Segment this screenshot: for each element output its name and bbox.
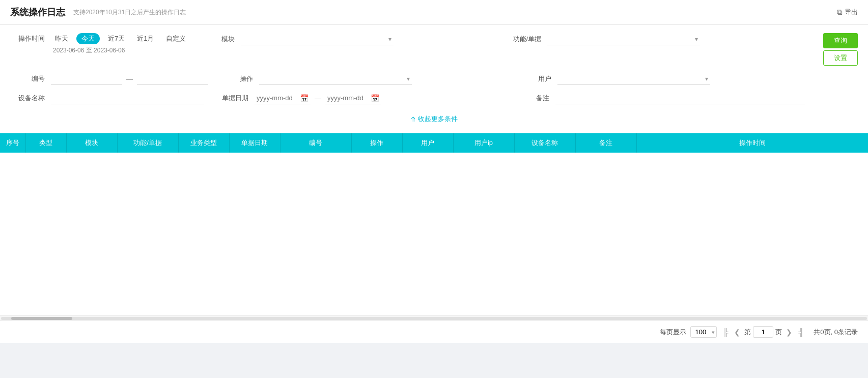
col-index: 序号 — [0, 133, 25, 153]
time-btn-7days[interactable]: 近7天 — [104, 33, 129, 44]
user-label: 用户 — [517, 74, 557, 83]
query-button[interactable]: 查询 — [823, 33, 858, 48]
filter-row-2: 编号 — 操作 ▾ 用户 — [10, 73, 858, 85]
module-label: 模块 — [200, 35, 241, 44]
module-select-wrapper: ▾ — [241, 33, 394, 45]
module-select[interactable] — [241, 33, 394, 45]
settings-button[interactable]: 设置 — [823, 50, 858, 66]
col-userip: 用户ip — [453, 133, 514, 153]
user-select[interactable] — [557, 73, 710, 85]
per-page-label: 每页显示 — [660, 328, 686, 337]
time-options: 昨天 今天 近7天 近1月 自定义 — [51, 33, 190, 44]
code-input-end[interactable] — [137, 73, 208, 85]
page-next-button[interactable]: ❯ — [784, 328, 794, 337]
pagination-nav: ╠ ❮ 第 页 ❯ ╣ — [721, 326, 805, 338]
page-subtitle: 支持2020年10月31日之后产生的操作日志 — [73, 8, 186, 17]
time-btn-1month[interactable]: 近1月 — [133, 33, 158, 44]
table-header: 序号 类型 模块 功能/单据 业务类型 单据日期 编号 操作 用户 用户ip 设… — [0, 133, 868, 153]
page-title: 系统操作日志 — [10, 6, 65, 18]
col-biztype: 业务类型 — [178, 133, 229, 153]
remarks-label: 备注 — [515, 94, 555, 103]
device-label: 设备名称 — [10, 94, 51, 103]
collapse-label: 收起更多条件 — [418, 114, 458, 124]
footer-bar: 每页显示 10 20 50 100 200 ▾ ╠ ❮ 第 页 ❯ ╣ 共0页,… — [0, 321, 868, 343]
page-first-button[interactable]: ╠ — [721, 328, 730, 337]
remarks-input[interactable] — [555, 92, 805, 104]
time-btn-yesterday[interactable]: 昨天 — [51, 33, 72, 44]
function-label: 功能/单据 — [507, 35, 547, 44]
time-label: 操作时间 — [10, 34, 51, 43]
function-select[interactable] — [547, 33, 700, 45]
col-remarks: 备注 — [575, 133, 636, 153]
filter-row-1: 操作时间 昨天 今天 近7天 近1月 自定义 2023-06-06 至 2023… — [10, 33, 858, 66]
col-user: 用户 — [402, 133, 453, 153]
total-info: 共0页, 0条记录 — [814, 328, 858, 337]
col-optime: 操作时间 — [636, 133, 868, 153]
docdate-start-input[interactable] — [255, 92, 311, 104]
docdate-label: 单据日期 — [214, 94, 255, 103]
code-input-start[interactable] — [51, 73, 122, 85]
page-size-select[interactable]: 10 20 50 100 200 — [690, 326, 717, 338]
device-input[interactable] — [51, 92, 204, 104]
page-number-input[interactable] — [753, 326, 773, 338]
collapse-bar: ⤊ 收起更多条件 — [10, 111, 858, 129]
collapse-button[interactable]: ⤊ 收起更多条件 — [410, 114, 458, 124]
time-btn-custom[interactable]: 自定义 — [162, 33, 190, 44]
col-code: 编号 — [280, 133, 351, 153]
collapse-up-icon: ⤊ — [410, 115, 416, 123]
page-last-button[interactable]: ╣ — [796, 328, 805, 337]
col-operation: 操作 — [351, 133, 402, 153]
horizontal-scrollbar[interactable] — [0, 315, 868, 321]
docdate-start-wrapper: 📅 — [255, 92, 311, 104]
table-container: 序号 类型 模块 功能/单据 业务类型 单据日期 编号 操作 用户 用户ip 设… — [0, 133, 868, 315]
table-header-row: 序号 类型 模块 功能/单据 业务类型 单据日期 编号 操作 用户 用户ip 设… — [0, 133, 868, 153]
docdate-end-wrapper: 📅 — [325, 92, 381, 104]
col-docdate: 单据日期 — [229, 133, 280, 153]
operation-select-wrapper: ▾ — [259, 73, 412, 85]
page-size-wrapper: 10 20 50 100 200 ▾ — [690, 326, 717, 338]
docdate-separator: — — [311, 95, 325, 102]
col-function: 功能/单据 — [117, 133, 178, 153]
operation-select[interactable] — [259, 73, 412, 85]
docdate-end-input[interactable] — [325, 92, 381, 104]
scrollbar-track — [1, 317, 867, 320]
export-icon: ⧉ — [837, 8, 843, 17]
code-label: 编号 — [10, 74, 51, 83]
export-button[interactable]: ⧉ 导出 — [837, 8, 858, 17]
col-module: 模块 — [66, 133, 117, 153]
user-select-wrapper: ▾ — [557, 73, 710, 85]
page-label: 第 — [744, 328, 751, 337]
page-header: 系统操作日志 支持2020年10月31日之后产生的操作日志 ⧉ 导出 — [0, 0, 868, 25]
page-prev-button[interactable]: ❮ — [732, 328, 742, 337]
action-buttons: 查询 设置 — [823, 33, 858, 66]
page-unit: 页 — [775, 328, 782, 337]
code-separator: — — [122, 75, 137, 83]
col-device: 设备名称 — [514, 133, 575, 153]
function-select-wrapper: ▾ — [547, 33, 700, 45]
empty-area — [0, 153, 868, 315]
filter-area: 操作时间 昨天 今天 近7天 近1月 自定义 2023-06-06 至 2023… — [0, 25, 868, 133]
export-label: 导出 — [845, 8, 858, 17]
filter-row-3: 设备名称 单据日期 📅 — 📅 备注 — [10, 92, 858, 104]
operation-label: 操作 — [218, 74, 259, 83]
col-type: 类型 — [25, 133, 66, 153]
scrollbar-thumb — [11, 317, 72, 320]
time-btn-today[interactable]: 今天 — [76, 33, 100, 44]
time-range-text: 2023-06-06 至 2023-06-06 — [53, 46, 125, 55]
data-table: 序号 类型 模块 功能/单据 业务类型 单据日期 编号 操作 用户 用户ip 设… — [0, 133, 868, 153]
